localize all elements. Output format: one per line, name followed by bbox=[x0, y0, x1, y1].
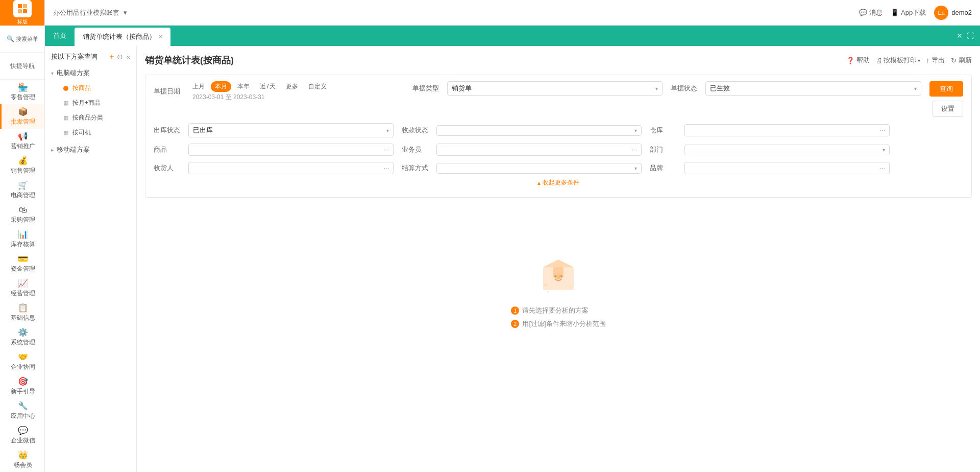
page-title: 销货单统计表(按商品) bbox=[145, 54, 234, 66]
warehouse-input[interactable]: ··· bbox=[684, 124, 890, 136]
message-btn[interactable]: 💬 消息 bbox=[859, 8, 883, 17]
sidebar-item-sales[interactable]: 💰 销售管理 bbox=[0, 153, 44, 178]
finance-icon: 💳 bbox=[18, 254, 28, 264]
tab-home[interactable]: 首页 bbox=[45, 26, 75, 46]
sidebar-item-appcenter[interactable]: 🔧 应用中心 bbox=[0, 398, 44, 423]
sidebar-item-appcenter-label: 应用中心 bbox=[11, 412, 35, 420]
goods-dots: ··· bbox=[384, 146, 389, 153]
empty-tip-2-text: 用[过滤]条件来缩小分析范围 bbox=[522, 319, 605, 328]
sidebar-item-finance[interactable]: 💳 资金管理 bbox=[0, 251, 44, 276]
window-buttons: ✕ ⛶ bbox=[957, 32, 980, 40]
print-icon: 🖨 bbox=[876, 57, 883, 64]
sidebar-search-section: 🔍 搜索菜单 bbox=[0, 26, 44, 53]
date-tab-more[interactable]: 更多 bbox=[282, 81, 302, 92]
collapse-panel-btn[interactable]: « bbox=[126, 53, 130, 61]
refresh-btn[interactable]: ↻ 刷新 bbox=[951, 56, 972, 65]
date-tab-last-month[interactable]: 上月 bbox=[188, 81, 209, 92]
date-tab-7days[interactable]: 近7天 bbox=[256, 81, 280, 92]
date-tab-current-month[interactable]: 本月 bbox=[211, 81, 231, 92]
print-btn[interactable]: 🖨 按模板打印 ▾ bbox=[876, 56, 920, 65]
panel-title: 按以下方案查询 bbox=[51, 52, 97, 61]
tree-expand-mobile-icon: ▸ bbox=[51, 147, 54, 153]
export-btn[interactable]: ↑ 导出 bbox=[926, 56, 945, 65]
collection-label: 收款状态 bbox=[402, 126, 432, 135]
date-tab-year[interactable]: 本年 bbox=[233, 81, 254, 92]
sidebar-item-marketing-label: 营销推广 bbox=[11, 142, 35, 151]
tree-group-mobile[interactable]: ▸ 移动端方案 bbox=[45, 142, 136, 157]
header-industry[interactable]: 办公用品行业模拟账套 ▾ bbox=[53, 8, 127, 17]
grid-icon-2: ▦ bbox=[63, 114, 68, 121]
filter-area: 单据日期 上月 本月 本年 近7天 更多 自定义 2023-03-01 至 20… bbox=[145, 75, 972, 198]
out-status-select[interactable]: 已出库 ▾ bbox=[188, 123, 394, 137]
tree-item-driver[interactable]: ▦ 按司机 bbox=[57, 125, 136, 140]
goods-input[interactable]: ··· bbox=[188, 144, 394, 156]
help-btn[interactable]: ❓ 帮助 bbox=[846, 56, 870, 65]
empty-tip-2: 2 用[过滤]条件来缩小分析范围 bbox=[511, 319, 605, 328]
sidebar-item-marketing[interactable]: 📢 营销推广 bbox=[0, 129, 44, 153]
header-right: 💬 消息 📱 App下载 Ea demo2 bbox=[859, 6, 972, 20]
print-dropdown-icon[interactable]: ▾ bbox=[918, 58, 920, 63]
sidebar-item-wholesale[interactable]: 📦 批发管理 bbox=[0, 104, 44, 129]
receiver-input[interactable]: ··· bbox=[188, 162, 394, 174]
brand-label: 品牌 bbox=[650, 163, 680, 173]
quick-nav-item[interactable]: 快捷导航 bbox=[3, 57, 41, 75]
window-maximize-btn[interactable]: ⛶ bbox=[967, 32, 974, 40]
sidebar-item-member[interactable]: 👑 畅会员 bbox=[0, 447, 44, 472]
sidebar-item-wechat[interactable]: 💬 企业微信 bbox=[0, 423, 44, 447]
tab-home-label: 首页 bbox=[53, 31, 66, 40]
tree-item-category[interactable]: ▦ 按商品分类 bbox=[57, 110, 136, 125]
sidebar-item-basic[interactable]: 📋 基础信息 bbox=[0, 300, 44, 325]
tab-sales-stats[interactable]: 销货单统计表（按商品） × bbox=[75, 28, 170, 46]
newguide-icon: 🎯 bbox=[18, 376, 28, 386]
department-filter: 部门 ▾ bbox=[650, 145, 890, 155]
brand-input[interactable]: ··· bbox=[684, 162, 890, 174]
tree-item-by-goods[interactable]: 按商品 bbox=[57, 81, 136, 96]
tab-close-btn[interactable]: × bbox=[159, 33, 162, 40]
search-menu-item[interactable]: 🔍 搜索菜单 bbox=[3, 30, 41, 48]
sidebar-item-purchase-label: 采购管理 bbox=[11, 216, 35, 224]
sidebar-item-retail[interactable]: 🏪 零售管理 bbox=[0, 80, 44, 104]
wechat-icon: 💬 bbox=[18, 426, 28, 435]
sidebar-item-ecommerce-label: 电商管理 bbox=[11, 191, 35, 200]
date-tab-custom[interactable]: 自定义 bbox=[304, 81, 331, 92]
doc-status-filter: 单据状态 已生效 ▾ bbox=[671, 81, 921, 96]
department-select[interactable]: ▾ bbox=[684, 145, 890, 155]
filter-row-2: 出库状态 已出库 ▾ 收款状态 ▾ 仓库 bbox=[154, 123, 963, 137]
sidebar: 标版 🔍 搜索菜单 快捷导航 🏪 零售管理 📦 批发管理 📢 营销推广 💰 销售… bbox=[0, 0, 45, 472]
quick-nav-section: 快捷导航 bbox=[0, 53, 44, 80]
svg-point-11 bbox=[544, 284, 547, 287]
svg-point-10 bbox=[560, 275, 562, 277]
tree-item-category-label: 按商品分类 bbox=[72, 113, 103, 122]
tree-group-desktop[interactable]: ▾ 电脑端方案 bbox=[45, 65, 136, 81]
app-download-btn[interactable]: 📱 App下载 bbox=[891, 8, 926, 17]
query-btn[interactable]: 查询 bbox=[929, 81, 963, 97]
sidebar-item-operations[interactable]: 📈 经营管理 bbox=[0, 276, 44, 300]
collection-select[interactable]: ▾ bbox=[436, 125, 642, 136]
doc-status-select[interactable]: 已生效 ▾ bbox=[705, 81, 921, 96]
salesman-input[interactable]: ··· bbox=[436, 144, 642, 156]
user-info[interactable]: Ea demo2 bbox=[934, 6, 972, 20]
sidebar-item-ecommerce[interactable]: 🛒 电商管理 bbox=[0, 178, 44, 202]
window-close-btn[interactable]: ✕ bbox=[957, 32, 963, 40]
doc-type-select[interactable]: 销货单 ▾ bbox=[447, 81, 663, 96]
sidebar-item-newguide[interactable]: 🎯 新手引导 bbox=[0, 374, 44, 398]
date-picker: 上月 本月 本年 近7天 更多 自定义 2023-03-01 至 2023-03… bbox=[188, 81, 331, 102]
empty-icon bbox=[533, 247, 584, 298]
sidebar-item-inventory[interactable]: 📊 库存核算 bbox=[0, 227, 44, 251]
collapse-bar[interactable]: ▴ 收起更多条件 bbox=[154, 174, 963, 191]
phone-icon: 📱 bbox=[891, 9, 899, 16]
tree-item-month-goods[interactable]: ▦ 按月+商品 bbox=[57, 96, 136, 110]
copy-scheme-btn[interactable]: ⊙ bbox=[117, 53, 123, 61]
settlement-select[interactable]: ▾ bbox=[436, 163, 642, 174]
sidebar-item-enterprise[interactable]: 🤝 企业协同 bbox=[0, 349, 44, 374]
doc-status-value: 已生效 bbox=[710, 84, 730, 93]
svg-point-12 bbox=[569, 285, 573, 289]
dropdown-icon: ▾ bbox=[124, 9, 127, 16]
collection-filter: 收款状态 ▾ bbox=[402, 125, 642, 136]
app-download-label: App下载 bbox=[901, 8, 926, 17]
setting-btn[interactable]: 设置 bbox=[933, 101, 963, 117]
add-scheme-btn[interactable]: + bbox=[110, 53, 114, 61]
sidebar-item-purchase[interactable]: 🛍 采购管理 bbox=[0, 202, 44, 227]
logo[interactable]: 标版 bbox=[0, 0, 44, 26]
sidebar-item-system[interactable]: ⚙️ 系统管理 bbox=[0, 325, 44, 349]
